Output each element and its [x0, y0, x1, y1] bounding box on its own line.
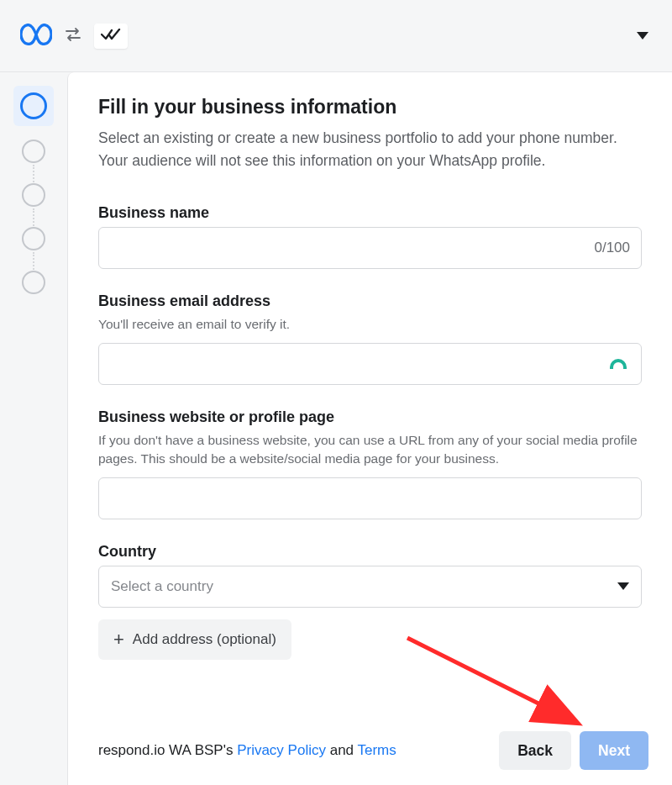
country-select[interactable]: Select a country	[98, 566, 642, 608]
chevron-down-icon	[617, 582, 629, 590]
next-button[interactable]: Next	[580, 731, 648, 770]
field-country: Country Select a country + Add address (…	[98, 543, 642, 660]
policy-and: and	[326, 742, 358, 758]
step-4	[22, 227, 45, 250]
business-website-help: If you don't have a business website, yo…	[98, 431, 642, 469]
business-email-input[interactable]	[98, 343, 642, 385]
header-left-icons	[20, 24, 128, 49]
business-website-label: Business website or profile page	[98, 408, 642, 426]
page-title: Fill in your business information	[98, 96, 642, 119]
refresh-icon[interactable]	[64, 26, 82, 46]
field-business-name: Business name 0/100	[98, 204, 642, 269]
form-footer: respond.io WA BSP's Privacy Policy and T…	[98, 731, 648, 770]
field-business-email: Business email address You'll receive an…	[98, 292, 642, 384]
policy-text: respond.io WA BSP's Privacy Policy and T…	[98, 742, 396, 759]
wizard-stepper	[0, 72, 67, 785]
business-website-input[interactable]	[98, 477, 642, 519]
add-address-button[interactable]: + Add address (optional)	[98, 619, 291, 660]
step-5	[22, 271, 45, 294]
business-name-input[interactable]	[98, 227, 642, 269]
app-header	[0, 0, 672, 72]
field-business-website: Business website or profile page If you …	[98, 408, 642, 519]
add-address-label: Add address (optional)	[133, 631, 276, 648]
step-3	[22, 183, 45, 207]
step-1-active	[13, 86, 54, 126]
plus-icon: +	[113, 630, 124, 649]
page-subtitle: Select an existing or create a new busin…	[98, 127, 642, 172]
back-button[interactable]: Back	[499, 731, 571, 770]
country-label: Country	[98, 543, 642, 561]
terms-link[interactable]: Terms	[357, 742, 396, 758]
double-check-icon[interactable]	[94, 24, 128, 49]
business-name-label: Business name	[98, 204, 642, 222]
account-dropdown-icon[interactable]	[637, 32, 648, 40]
policy-prefix: respond.io WA BSP's	[98, 742, 237, 758]
step-2	[22, 140, 45, 163]
meta-logo-icon	[20, 24, 52, 49]
business-email-help: You'll receive an email to verify it.	[98, 315, 642, 334]
form-content: Fill in your business information Select…	[67, 72, 672, 785]
business-email-label: Business email address	[98, 292, 642, 310]
privacy-policy-link[interactable]: Privacy Policy	[237, 742, 326, 758]
country-placeholder: Select a country	[111, 578, 213, 595]
